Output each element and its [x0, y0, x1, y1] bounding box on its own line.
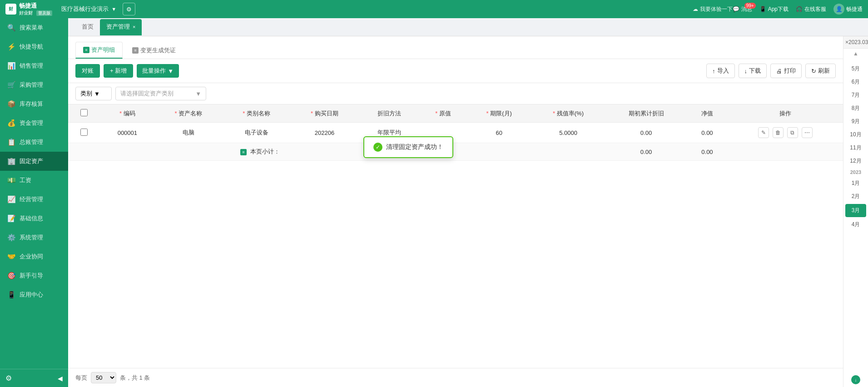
- tabs-bar: 首页 资产管理 ×: [68, 18, 868, 36]
- sidebar-item-label: 搜索菜单: [20, 24, 43, 32]
- sidebar-item-apps[interactable]: 📱 应用中心: [0, 285, 68, 304]
- calendar-month-3-active[interactable]: 3月: [845, 204, 866, 217]
- sidebar-item-fixed-assets[interactable]: 🏢 固定资产: [0, 152, 68, 171]
- sub-tab-change-voucher[interactable]: ≡ 变更生成凭证: [124, 42, 184, 59]
- app-subtitle: 好业财 普及版: [19, 10, 52, 16]
- basic-info-icon: 📝: [7, 214, 16, 223]
- online-service-button[interactable]: 🎧 在线客服: [796, 5, 826, 13]
- sub-tabs: ≡ 资产明细 ≡ 变更生成凭证: [68, 36, 843, 59]
- tab-close-icon[interactable]: ×: [133, 24, 135, 30]
- calendar-month-8[interactable]: 8月: [843, 102, 868, 115]
- row-actions: ✎ 🗑 ⧉ ⋯: [733, 127, 838, 138]
- td-purchase-date: 202206: [291, 123, 359, 143]
- sidebar-item-label: 经营管理: [20, 195, 43, 203]
- content-area: 首页 资产管理 × ≡ 资产明细 ≡ 变更生成凭证: [68, 18, 868, 387]
- category-filter[interactable]: 类别 ▼: [75, 87, 112, 100]
- success-toast: ✓ 清理固定资产成功！: [363, 136, 453, 158]
- top-bar: 财 畅捷通 好业财 普及版 医疗器械行业演示 ▼ ⚙ ☁ 我要体验一下 💬 消息…: [0, 0, 868, 18]
- sidebar-item-inventory[interactable]: 📦 库存核算: [0, 94, 68, 114]
- td-subtotal-net: 0.00: [687, 143, 727, 161]
- calendar-month-2[interactable]: 2月: [843, 190, 868, 203]
- per-page-select[interactable]: 50 100 200: [91, 372, 116, 383]
- sidebar-item-salary[interactable]: 💵 工资: [0, 171, 68, 190]
- tab-home[interactable]: 首页: [75, 19, 100, 35]
- th-action: 操作: [727, 104, 843, 123]
- delete-icon[interactable]: 🗑: [773, 127, 784, 138]
- new-button[interactable]: + 新增: [104, 64, 133, 78]
- calendar-today-button[interactable]: ↓: [851, 375, 860, 384]
- calendar-footer: ↓: [843, 372, 868, 387]
- sidebar-item-purchase[interactable]: 🛒 采购管理: [0, 75, 68, 94]
- th-purchase-date: * 购买日期: [291, 104, 359, 123]
- th-original-value: * 原值: [420, 104, 467, 123]
- calendar-close-icon[interactable]: ×: [845, 39, 848, 45]
- batch-ops-button[interactable]: 批量操作 ▼: [137, 64, 179, 78]
- ledger-icon: 📋: [7, 138, 16, 146]
- asset-table: * 编码 * 资产名称 * 类别名称: [68, 104, 843, 161]
- print-button[interactable]: 🖨 打印: [770, 64, 802, 78]
- calendar-header: × 2023.03 ⤢: [843, 36, 868, 49]
- calendar-month-12[interactable]: 12月: [843, 154, 868, 168]
- user-menu[interactable]: 👤 畅捷通: [833, 4, 863, 15]
- download-button[interactable]: ↓ 下载: [739, 64, 767, 78]
- sidebar-settings-icon[interactable]: ⚙: [5, 374, 12, 382]
- app-logo: 财 畅捷通 好业财 普及版: [5, 2, 52, 16]
- td-code: 000001: [100, 123, 154, 143]
- system-icon: ⚙️: [7, 233, 16, 242]
- td-net-value: 0.00: [687, 123, 727, 143]
- settings-icon[interactable]: ⚙: [123, 3, 135, 15]
- td-action: ✎ 🗑 ⧉ ⋯: [727, 123, 843, 143]
- calendar-month-1[interactable]: 1月: [843, 177, 868, 190]
- sub-tab-asset-list[interactable]: ≡ 资产明细: [75, 42, 123, 59]
- sidebar-collapse-icon[interactable]: ◀: [58, 375, 63, 382]
- import-button[interactable]: ↑ 导入: [706, 64, 735, 78]
- sidebar-item-label: 应用中心: [20, 291, 43, 299]
- calendar-month-10[interactable]: 10月: [843, 128, 868, 141]
- sidebar-item-sales[interactable]: 📊 销售管理: [0, 56, 68, 75]
- search-icon: 🔍: [7, 24, 16, 32]
- sidebar-item-label: 采购管理: [20, 81, 43, 89]
- category-type-filter[interactable]: 请选择固定资产类别 ▼: [115, 87, 206, 100]
- subtotal-row: ≡ 本页小计： 0.00 0.00: [68, 143, 843, 161]
- calendar-month-5[interactable]: 5月: [843, 62, 868, 75]
- pagination-bar: 每页 50 100 200 条，共 1 条: [68, 368, 843, 387]
- sidebar-item-guide[interactable]: 🎯 新手引导: [0, 266, 68, 285]
- reconcile-button[interactable]: 对账: [75, 64, 100, 78]
- sidebar-item-basic-info[interactable]: 📝 基础信息: [0, 209, 68, 228]
- company-dropdown-icon: ▼: [111, 6, 116, 12]
- sidebar-item-enterprise[interactable]: 🤝 企业协同: [0, 247, 68, 266]
- sidebar-item-operations[interactable]: 📈 经营管理: [0, 190, 68, 209]
- category-type-dropdown-icon: ▼: [195, 90, 201, 97]
- fixed-assets-icon: 🏢: [7, 157, 16, 165]
- select-all-checkbox[interactable]: [80, 109, 88, 116]
- refresh-button[interactable]: ↻ 刷新: [805, 64, 836, 78]
- company-selector[interactable]: 医疗器械行业演示 ▼ ⚙: [61, 3, 683, 15]
- sidebar-item-label: 基础信息: [20, 214, 43, 223]
- calendar-month-9[interactable]: 9月: [843, 115, 868, 128]
- app-download-button[interactable]: 📱 App下载: [759, 5, 789, 13]
- sidebar-item-label: 工资: [20, 176, 31, 184]
- sidebar-item-shortcut[interactable]: ⚡ 快捷导航: [0, 37, 68, 56]
- table-row: 000001 电脑 电子设备 202206: [68, 123, 843, 143]
- tab-asset-management[interactable]: 资产管理 ×: [100, 19, 142, 35]
- experience-button[interactable]: ☁ 我要体验一下: [693, 5, 733, 13]
- sidebar-item-ledger[interactable]: 📋 总账管理: [0, 133, 68, 152]
- calendar-month-11[interactable]: 11月: [843, 141, 868, 154]
- calendar-month-4[interactable]: 4月: [843, 218, 868, 231]
- sidebar-item-search[interactable]: 🔍 搜索菜单: [0, 18, 68, 37]
- calendar-scroll-up[interactable]: ▲: [843, 49, 868, 59]
- edit-icon[interactable]: ✎: [758, 127, 769, 138]
- row-checkbox[interactable]: [80, 129, 88, 136]
- enterprise-icon: 🤝: [7, 253, 16, 261]
- sidebar-item-capital[interactable]: 💰 资金管理: [0, 114, 68, 133]
- sidebar-item-system[interactable]: ⚙️ 系统管理: [0, 228, 68, 247]
- calendar-month-6[interactable]: 6月: [843, 75, 868, 89]
- messages-button[interactable]: 💬 消息 99+: [733, 5, 752, 13]
- td-category: 电子设备: [223, 123, 291, 143]
- more-icon[interactable]: ⋯: [802, 127, 813, 138]
- toolbar: 对账 + 新增 批量操作 ▼ ↑ 导入: [68, 59, 843, 83]
- calendar-month-7[interactable]: 7月: [843, 89, 868, 102]
- filter-bar: 类别 ▼ 请选择固定资产类别 ▼: [68, 83, 843, 104]
- copy-icon[interactable]: ⧉: [787, 127, 798, 138]
- calendar-panel: × 2023.03 ⤢ ▲ 5月 6月 7月 8月 9月 10月 11月 12月…: [843, 36, 868, 387]
